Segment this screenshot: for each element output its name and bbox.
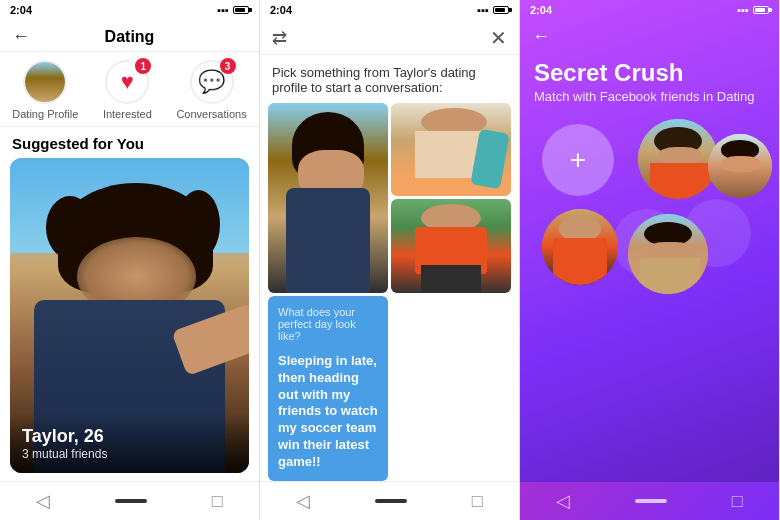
profile-avatar-wrap	[23, 60, 67, 104]
time-2: 2:04	[270, 4, 292, 16]
question-label: What does your perfect day look like?	[278, 306, 378, 342]
crush-subtitle: Match with Facebook friends in Dating	[520, 89, 779, 114]
grid-question-card[interactable]: What does your perfect day look like? Sl…	[268, 296, 388, 481]
dating-card-wrap: Taylor, 26 3 mutual friends	[0, 158, 259, 481]
time-1: 2:04	[10, 4, 32, 16]
signal-icon: ▪▪▪	[217, 4, 229, 16]
signal-icon-3: ▪▪▪	[737, 4, 749, 16]
heart-icon: ♥	[121, 69, 134, 95]
battery-icon-3	[753, 6, 769, 14]
nav-dating-profile[interactable]: Dating Profile	[12, 60, 78, 120]
dating-title: Dating	[105, 28, 155, 46]
status-bar-1: 2:04 ▪▪▪	[0, 0, 259, 20]
crush-person-1	[638, 119, 718, 199]
status-bar-2: 2:04 ▪▪▪	[260, 0, 519, 20]
question-answer: Sleeping in late, then heading out with …	[278, 353, 378, 471]
crush-back-button[interactable]: ←	[532, 26, 550, 47]
grid-photo-3[interactable]	[391, 199, 511, 292]
panel-dating: 2:04 ▪▪▪ ← Dating Dating Profile ♥ 1	[0, 0, 260, 520]
bottom-nav-1: ◁ □	[0, 481, 259, 520]
status-icons-1: ▪▪▪	[217, 4, 249, 16]
card-mutual: 3 mutual friends	[22, 447, 237, 461]
nav-interested[interactable]: ♥ 1 Interested	[103, 60, 152, 120]
crush-bubbles: +	[528, 114, 771, 482]
crush-person-3	[542, 209, 618, 285]
dating-header: ← Dating	[0, 20, 259, 52]
panel-taylor: 2:04 ▪▪▪ ⇄ ✕ Pick something from Taylor'…	[260, 0, 520, 520]
add-crush-button[interactable]: +	[542, 124, 614, 196]
nav-conversations[interactable]: 💬 3 Conversations	[176, 60, 246, 120]
pick-prompt: Pick something from Taylor's dating prof…	[260, 55, 519, 103]
profile-grid: What does your perfect day look like? Sl…	[260, 103, 519, 481]
time-3: 2:04	[530, 4, 552, 16]
panel-secret-crush: 2:04 ▪▪▪ ← Secret Crush Match with Faceb…	[520, 0, 780, 520]
nav-home-3[interactable]	[635, 499, 667, 503]
interested-label: Interested	[103, 108, 152, 120]
settings-icon[interactable]: ⇄	[272, 27, 287, 49]
back-button[interactable]: ←	[12, 26, 30, 47]
nav-home-2[interactable]	[375, 499, 407, 503]
signal-icon-2: ▪▪▪	[477, 4, 489, 16]
crush-title: Secret Crush	[520, 51, 779, 89]
nav-square-3[interactable]: □	[724, 489, 751, 514]
crush-person-4	[628, 214, 708, 294]
status-icons-3: ▪▪▪	[737, 4, 769, 16]
bottom-nav-2: ◁ □	[260, 481, 519, 520]
nav-back-1[interactable]: ◁	[28, 488, 58, 514]
bottom-nav-3: ◁ □	[520, 482, 779, 520]
dating-nav: Dating Profile ♥ 1 Interested 💬 3 Conver…	[0, 52, 259, 127]
nav-home-1[interactable]	[115, 499, 147, 503]
nav-back-2[interactable]: ◁	[288, 488, 318, 514]
grid-photo-1[interactable]	[268, 103, 388, 293]
taylor-header: ⇄ ✕	[260, 20, 519, 55]
battery-icon-2	[493, 6, 509, 14]
crush-header: ←	[520, 20, 779, 51]
grid-photo-2[interactable]	[391, 103, 511, 196]
nav-back-3[interactable]: ◁	[548, 488, 578, 514]
suggested-heading: Suggested for You	[0, 127, 259, 158]
card-name: Taylor, 26	[22, 426, 237, 447]
status-icons-2: ▪▪▪	[477, 4, 509, 16]
chat-icon: 💬	[198, 69, 225, 95]
battery-icon	[233, 6, 249, 14]
card-info: Taylor, 26 3 mutual friends	[10, 414, 249, 473]
conversations-label: Conversations	[176, 108, 246, 120]
nav-square-1[interactable]: □	[204, 489, 231, 514]
nav-square-2[interactable]: □	[464, 489, 491, 514]
status-bar-3: 2:04 ▪▪▪	[520, 0, 779, 20]
profile-label: Dating Profile	[12, 108, 78, 120]
conversations-badge: 3	[220, 58, 236, 74]
crush-person-2	[708, 134, 772, 198]
dating-card[interactable]: Taylor, 26 3 mutual friends	[10, 158, 249, 473]
close-button[interactable]: ✕	[490, 26, 507, 50]
interested-badge: 1	[135, 58, 151, 74]
